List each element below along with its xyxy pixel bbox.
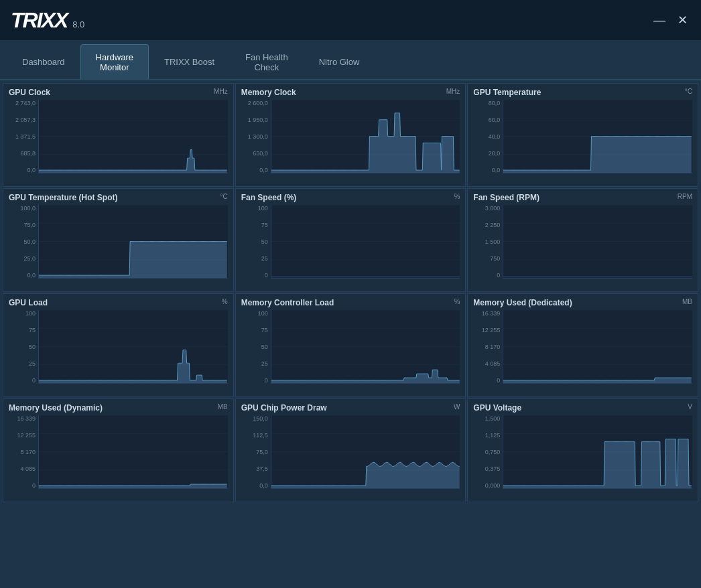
chart-yaxis-fan-speed-pct: 1007550250 <box>241 205 268 279</box>
chart-title-fan-speed-pct: Fan Speed (%) <box>241 193 297 202</box>
chart-plot-gpu-voltage <box>503 415 692 489</box>
chart-header-fan-speed-pct: Fan Speed (%)% <box>241 193 460 202</box>
yaxis-label: 1,125 <box>485 432 501 439</box>
yaxis-label: 750 <box>490 255 500 262</box>
chart-card-fan-speed-rpm: Fan Speed (RPM)RPM3 0002 2501 5007500 <box>467 188 698 292</box>
chart-card-fan-speed-pct: Fan Speed (%)%1007550250 <box>235 188 466 292</box>
yaxis-label: 16 339 <box>482 310 501 317</box>
nav-tab-hardware-monitor[interactable]: Hardware Monitor <box>80 44 149 79</box>
chart-title-gpu-load: GPU Load <box>9 298 48 307</box>
yaxis-label: 0,000 <box>485 482 501 489</box>
yaxis-label: 3 000 <box>485 205 501 212</box>
chart-area-gpu-load: 1007550250 <box>9 310 228 384</box>
chart-header-memory-used-dynamic: Memory Used (Dynamic)MB <box>9 403 228 413</box>
yaxis-label: 60,0 <box>489 117 501 123</box>
chart-unit-gpu-voltage: V <box>688 403 692 411</box>
chart-title-gpu-clock: GPU Clock <box>9 88 50 97</box>
chart-header-gpu-voltage: GPU VoltageV <box>473 403 692 413</box>
chart-area-memory-used-dedicated: 16 33912 2558 1704 0850 <box>473 310 692 384</box>
chart-yaxis-memory-used-dedicated: 16 33912 2558 1704 0850 <box>473 310 500 384</box>
chart-area-gpu-voltage: 1,5001,1250,7500,3750,000 <box>473 415 692 489</box>
yaxis-label: 40,0 <box>489 133 501 140</box>
yaxis-label: 8 170 <box>485 344 501 350</box>
close-button[interactable]: ✕ <box>674 12 690 28</box>
main-content[interactable]: GPU ClockMHz2 743,02 057,31 371,5685,80,… <box>0 80 701 588</box>
yaxis-label: 0 <box>497 272 500 279</box>
yaxis-label: 75,0 <box>256 449 268 455</box>
chart-card-memory-clock: Memory ClockMHz2 600,01 950,01 300,0650,… <box>235 83 466 187</box>
yaxis-label: 25 <box>261 360 268 367</box>
chart-card-gpu-voltage: GPU VoltageV1,5001,1250,7500,3750,000 <box>467 398 698 502</box>
chart-header-fan-speed-rpm: Fan Speed (RPM)RPM <box>473 193 692 202</box>
chart-area-gpu-chip-power: 150,0112,575,037,50,0 <box>241 415 460 489</box>
chart-card-memory-used-dedicated: Memory Used (Dedicated)MB16 33912 2558 1… <box>467 293 698 397</box>
chart-plot-gpu-temp-hotspot <box>38 205 228 279</box>
yaxis-label: 100,0 <box>20 205 36 212</box>
yaxis-label: 12 255 <box>17 432 36 439</box>
yaxis-label: 685,8 <box>20 150 36 157</box>
chart-yaxis-gpu-voltage: 1,5001,1250,7500,3750,000 <box>473 415 500 489</box>
titlebar: TRIXX 8.0 — ✕ <box>0 0 701 40</box>
chart-plot-gpu-chip-power <box>271 415 460 489</box>
chart-header-gpu-temp: GPU Temperature°C <box>473 88 692 97</box>
chart-yaxis-gpu-chip-power: 150,0112,575,037,50,0 <box>241 415 268 489</box>
chart-plot-fan-speed-rpm <box>503 205 692 279</box>
chart-unit-fan-speed-pct: % <box>454 193 460 200</box>
yaxis-label: 25 <box>29 360 36 367</box>
yaxis-label: 50,0 <box>23 238 36 245</box>
yaxis-label: 16 339 <box>17 415 36 422</box>
yaxis-label: 0,0 <box>259 482 268 489</box>
chart-plot-gpu-load <box>38 310 228 384</box>
yaxis-label: 1,500 <box>485 415 501 422</box>
chart-title-gpu-temp-hotspot: GPU Temperature (Hot Spot) <box>9 193 117 202</box>
chart-card-gpu-temp-hotspot: GPU Temperature (Hot Spot)°C100,075,050,… <box>3 188 234 292</box>
yaxis-label: 4 085 <box>485 360 501 367</box>
nav-tab-nitro-glow[interactable]: Nitro Glow <box>304 44 375 79</box>
chart-area-gpu-temp: 80,060,040,020,00,0 <box>473 100 692 173</box>
chart-title-memory-used-dynamic: Memory Used (Dynamic) <box>9 403 103 413</box>
chart-unit-gpu-chip-power: W <box>454 403 460 411</box>
chart-unit-gpu-temp: °C <box>685 88 692 95</box>
yaxis-label: 37,5 <box>256 465 268 472</box>
chart-card-memory-used-dynamic: Memory Used (Dynamic)MB16 33912 2558 170… <box>3 398 234 502</box>
nav-tab-dashboard[interactable]: Dashboard <box>7 44 80 79</box>
chart-unit-gpu-load: % <box>222 298 228 305</box>
chart-yaxis-memory-clock: 2 600,01 950,01 300,0650,00,0 <box>241 100 268 173</box>
yaxis-label: 150,0 <box>253 415 268 422</box>
chart-header-memory-used-dedicated: Memory Used (Dedicated)MB <box>473 298 692 307</box>
chart-area-fan-speed-rpm: 3 0002 2501 5007500 <box>473 205 692 279</box>
chart-header-memory-controller-load: Memory Controller Load% <box>241 298 460 307</box>
chart-area-memory-clock: 2 600,01 950,01 300,0650,00,0 <box>241 100 460 173</box>
navbar: DashboardHardware MonitorTRIXX BoostFan … <box>0 40 701 80</box>
chart-yaxis-gpu-clock: 2 743,02 057,31 371,5685,80,0 <box>9 100 36 173</box>
nav-tab-fan-health-check[interactable]: Fan Health Check <box>230 44 304 79</box>
chart-yaxis-memory-controller-load: 1007550250 <box>241 310 268 384</box>
minimize-button[interactable]: — <box>651 12 667 28</box>
yaxis-label: 50 <box>29 344 36 350</box>
chart-plot-memory-clock <box>271 100 460 173</box>
yaxis-label: 4 085 <box>20 465 36 472</box>
yaxis-label: 100 <box>258 205 268 212</box>
yaxis-label: 2 057,3 <box>15 117 36 123</box>
chart-header-memory-clock: Memory ClockMHz <box>241 88 460 97</box>
yaxis-label: 650,0 <box>253 150 268 157</box>
yaxis-label: 0 <box>265 377 268 384</box>
chart-title-memory-controller-load: Memory Controller Load <box>241 298 334 307</box>
chart-unit-memory-used-dedicated: MB <box>682 298 692 305</box>
chart-header-gpu-temp-hotspot: GPU Temperature (Hot Spot)°C <box>9 193 228 202</box>
chart-yaxis-memory-used-dynamic: 16 33912 2558 1704 0850 <box>9 415 36 489</box>
chart-plot-gpu-clock <box>38 100 228 173</box>
chart-card-gpu-temp: GPU Temperature°C80,060,040,020,00,0 <box>467 83 698 187</box>
yaxis-label: 75 <box>261 222 268 228</box>
window-controls: — ✕ <box>651 12 690 28</box>
chart-card-gpu-chip-power: GPU Chip Power DrawW150,0112,575,037,50,… <box>235 398 466 502</box>
chart-plot-memory-controller-load <box>271 310 460 384</box>
chart-unit-memory-used-dynamic: MB <box>218 403 228 411</box>
nav-tab-trixx-boost[interactable]: TRIXX Boost <box>149 44 230 79</box>
yaxis-label: 0,0 <box>27 272 36 279</box>
app-logo: TRIXX 8.0 <box>11 8 84 33</box>
yaxis-label: 75 <box>29 327 36 334</box>
chart-plot-memory-used-dynamic <box>38 415 228 489</box>
yaxis-label: 0,375 <box>485 465 501 472</box>
yaxis-label: 2 600,0 <box>248 100 268 106</box>
